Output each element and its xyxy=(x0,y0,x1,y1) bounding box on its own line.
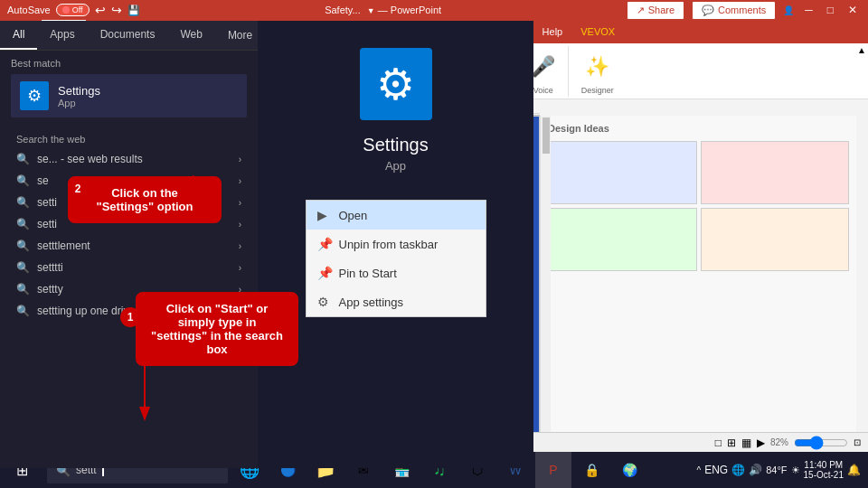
clock-date: 15-Oct-21 xyxy=(804,470,844,480)
settings-gear-icon: ⚙ xyxy=(27,86,42,106)
tab-documents[interactable]: Documents xyxy=(88,21,168,50)
best-match-item[interactable]: ⚙ Settings App xyxy=(11,74,247,117)
web-result-text-3: setti xyxy=(37,196,57,209)
web-result-5[interactable]: 🔍 setttlement › xyxy=(11,235,247,257)
slideshow-button[interactable]: ▶ xyxy=(757,436,765,449)
undo-icon[interactable]: ↩ xyxy=(95,3,106,17)
web-result-text-7: settty xyxy=(37,283,63,296)
annotation-text-1: Click on "Start" or simply type in "sett… xyxy=(151,302,283,356)
designer-label: Designer xyxy=(581,86,614,95)
annotation-circle-2: 2 xyxy=(68,179,88,199)
web-result-text-1: se... - see web results xyxy=(37,153,143,165)
context-unpin-taskbar[interactable]: 📌 Unpin from taskbar xyxy=(307,230,486,258)
web-result-text-5: setttlement xyxy=(37,239,90,252)
user-avatar: 👤 xyxy=(783,5,794,15)
share-button[interactable]: ↗ Share xyxy=(627,1,684,20)
vertical-scrollbar[interactable] xyxy=(540,116,551,452)
context-pin-start-label: Pin to Start xyxy=(339,267,397,280)
best-match-section: Best match ⚙ Settings App xyxy=(0,51,258,125)
fit-slide-button[interactable]: ⊡ xyxy=(854,437,861,447)
match-info: Settings App xyxy=(58,84,100,108)
web-result-text-6: setttti xyxy=(37,261,63,274)
open-icon: ▶ xyxy=(317,208,332,222)
search-icon-7: 🔍 xyxy=(16,283,30,296)
best-match-label: Best match xyxy=(11,58,247,69)
web-result-text-2: se xyxy=(37,174,49,187)
tab-vevox[interactable]: VEVOX xyxy=(571,20,624,43)
chevron-right-1: › xyxy=(239,155,241,164)
ribbon-collapse-button[interactable]: ▲ xyxy=(857,45,866,55)
temperature-display: 84°F xyxy=(766,465,787,475)
design-ideas-grid xyxy=(548,141,849,271)
comments-button[interactable]: 💬 Comments xyxy=(692,1,776,20)
context-app-settings-label: App settings xyxy=(339,296,404,309)
clock-time: 11:40 PM xyxy=(804,460,843,470)
tab-web[interactable]: Web xyxy=(167,21,214,50)
autosave-label: AutoSave xyxy=(7,5,51,15)
minimize-button[interactable]: ─ xyxy=(801,4,816,16)
design-ideas-icon: ✨ xyxy=(585,55,609,79)
app-settings-icon: ⚙ xyxy=(317,295,332,309)
tab-apps[interactable]: Apps xyxy=(37,21,87,50)
match-type: App xyxy=(58,98,100,108)
annotation-box-1: Click on "Start" or simply type in "sett… xyxy=(136,292,298,366)
title-bar: AutoSave Off ↩ ↪ 💾 Safety... ▼ — PowerPo… xyxy=(0,0,868,20)
title-bar-right: ↗ Share 💬 Comments 👤 ─ □ ✕ xyxy=(627,1,861,20)
normal-view-button[interactable]: □ xyxy=(715,436,722,449)
reading-view-button[interactable]: ▦ xyxy=(741,436,751,449)
context-pin-start[interactable]: 📌 Pin to Start xyxy=(307,258,486,287)
dictate-button[interactable]: 🎤 xyxy=(531,48,555,86)
title-filename: Safety... ▼ — PowerPoint xyxy=(325,5,441,15)
context-app-settings[interactable]: ⚙ App settings xyxy=(307,287,486,316)
show-hidden-icons[interactable]: ^ xyxy=(696,465,701,475)
designer-group: ✨ Designer xyxy=(571,46,625,97)
design-idea-1[interactable] xyxy=(548,141,697,204)
toggle-dot xyxy=(62,6,70,14)
zoom-level: 82% xyxy=(770,437,788,447)
taskbar-app6-icon[interactable]: 🔒 xyxy=(573,452,609,488)
close-button[interactable]: ✕ xyxy=(844,4,861,16)
network-icon[interactable]: 🌐 xyxy=(731,464,745,476)
redo-icon[interactable]: ↪ xyxy=(111,3,122,17)
tab-help[interactable]: Help xyxy=(533,20,572,43)
share-icon: ↗ xyxy=(637,5,645,16)
bottom-right: □ ⊞ ▦ ▶ 82% ⊡ xyxy=(715,436,861,450)
web-result-text-4: setti xyxy=(37,218,57,230)
chevron-right-6: › xyxy=(239,263,241,273)
outline-view-button[interactable]: ⊞ xyxy=(727,436,736,449)
tab-all[interactable]: All xyxy=(0,21,37,50)
search-icon-5: 🔍 xyxy=(16,239,30,252)
chevron-right-3: › xyxy=(239,198,241,208)
zoom-slider[interactable] xyxy=(794,436,848,450)
maximize-button[interactable]: □ xyxy=(824,4,837,16)
file-dropdown-icon[interactable]: ▼ xyxy=(367,6,375,15)
notifications-icon[interactable]: 🔔 xyxy=(847,464,861,476)
chevron-right-5: › xyxy=(239,241,241,251)
volume-icon[interactable]: 🔊 xyxy=(749,464,762,476)
design-idea-3[interactable] xyxy=(548,208,697,271)
design-idea-4[interactable] xyxy=(701,208,850,271)
autosave-toggle[interactable]: Off xyxy=(56,4,90,16)
design-idea-2[interactable] xyxy=(701,141,850,204)
language-indicator: ENG xyxy=(704,464,728,476)
app-name-large: Settings xyxy=(363,135,428,155)
taskbar-powerpoint-icon[interactable]: P xyxy=(535,452,571,488)
unpin-taskbar-icon: 📌 xyxy=(317,237,332,251)
save-icon[interactable]: 💾 xyxy=(127,5,140,16)
design-ideas-button[interactable]: ✨ xyxy=(585,48,609,86)
context-open[interactable]: ▶ Open xyxy=(307,201,486,230)
right-panel: Design Ideas xyxy=(540,116,856,452)
search-icon-3: 🔍 xyxy=(16,196,30,209)
chevron-right-4: › xyxy=(239,220,241,230)
comments-label: Comments xyxy=(718,5,766,15)
taskbar-clock[interactable]: 11:40 PM 15-Oct-21 xyxy=(804,460,844,480)
search-icon-4: 🔍 xyxy=(16,218,30,230)
file-name: Safety... xyxy=(325,5,361,15)
search-icon-6: 🔍 xyxy=(16,261,30,274)
taskbar-chrome-icon[interactable]: 🌍 xyxy=(611,452,647,488)
chevron-right-2: › xyxy=(239,176,241,186)
title-bar-left: AutoSave Off ↩ ↪ 💾 xyxy=(7,3,140,17)
web-result-6[interactable]: 🔍 setttti › xyxy=(11,257,247,278)
annotation-circle-1: 1 xyxy=(120,307,140,327)
scrollbar-thumb[interactable] xyxy=(542,117,550,154)
